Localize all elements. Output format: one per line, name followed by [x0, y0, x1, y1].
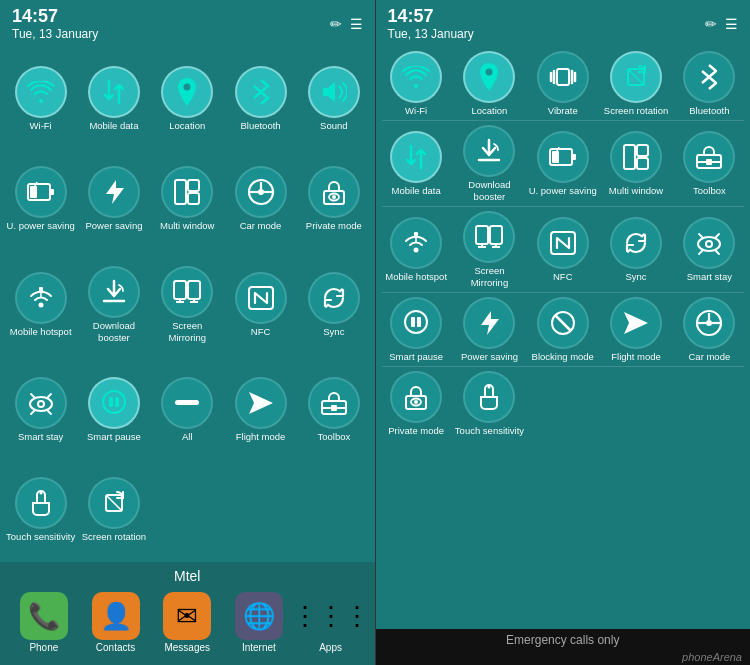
edit-icon[interactable]: ✏ [330, 16, 342, 32]
right-tile-power-saving[interactable]: Power saving [455, 297, 524, 362]
right-menu-icon[interactable]: ☰ [725, 16, 738, 32]
right-tile-icon-screen-rotation [610, 51, 662, 103]
left-tile-screen-mirroring[interactable]: Screen Mirroring [153, 251, 222, 358]
right-tile-label-blocking-mode: Blocking mode [532, 351, 594, 362]
svg-point-51 [414, 247, 419, 252]
right-tile-screen-rotation[interactable]: Screen rotation [601, 51, 670, 116]
right-tile-toolbox[interactable]: Toolbox [675, 125, 744, 202]
left-tile-power-saving[interactable]: Power saving [79, 151, 148, 247]
right-tile-nfc[interactable]: NFC [528, 211, 597, 288]
left-tile-smart-pause[interactable]: Smart pause [79, 362, 148, 458]
left-tile-multi-window[interactable]: Multi window [153, 151, 222, 247]
left-tile-mobile-hotspot[interactable]: Mobile hotspot [6, 251, 75, 358]
right-tile-private-mode[interactable]: Private mode [382, 371, 451, 436]
right-tile-sync[interactable]: Sync [601, 211, 670, 288]
right-tile-u-power[interactable]: U. power saving [528, 125, 597, 202]
right-tile-smart-pause[interactable]: Smart pause [382, 297, 451, 362]
right-tile-smart-stay[interactable]: Smart stay [675, 211, 744, 288]
right-tile-label-nfc: NFC [553, 271, 573, 282]
emergency-text: Emergency calls only [506, 633, 619, 647]
right-tile-icon-flight-mode [610, 297, 662, 349]
tile-label-mobile-data: Mobile data [89, 120, 138, 131]
right-tile-multi-window[interactable]: Multi window [601, 125, 670, 202]
svg-rect-7 [188, 193, 199, 204]
right-tile-label-smart-stay: Smart stay [687, 271, 732, 282]
left-tile-location[interactable]: Location [153, 51, 222, 147]
tile-label-all: All [182, 431, 193, 442]
right-tile-label-location: Location [471, 105, 507, 116]
right-tile-location[interactable]: Location [455, 51, 524, 116]
left-panel: 14:57 Tue, 13 January ✏ ☰ Wi-Fi Mobile d… [0, 0, 375, 665]
dock-app-phone[interactable]: 📞 Phone [20, 592, 68, 653]
tile-icon-nfc [235, 272, 287, 324]
left-tile-download-booster[interactable]: Download booster [79, 251, 148, 358]
left-tile-mobile-data[interactable]: Mobile data [79, 51, 148, 147]
right-edit-icon[interactable]: ✏ [705, 16, 717, 32]
left-tile-screen-rotation[interactable]: Screen rotation [79, 462, 148, 558]
right-tile-icon-location [463, 51, 515, 103]
left-tile-toolbox[interactable]: Toolbox [299, 362, 368, 458]
svg-rect-28 [175, 400, 199, 405]
right-tile-label-mobile-data: Mobile data [392, 185, 441, 196]
svg-rect-43 [552, 151, 559, 163]
right-tile-icon-u-power [537, 131, 589, 183]
right-tile-label-sync: Sync [625, 271, 646, 282]
right-tile-icon-smart-stay [683, 217, 735, 269]
left-tile-private-mode[interactable]: Private mode [299, 151, 368, 247]
left-tile-nfc[interactable]: NFC [226, 251, 295, 358]
right-tile-mobile-hotspot[interactable]: Mobile hotspot [382, 211, 451, 288]
app-icon-apps: ⋮⋮⋮ [307, 592, 355, 640]
right-tile-mobile-data[interactable]: Mobile data [382, 125, 451, 202]
left-tile-sync[interactable]: Sync [299, 251, 368, 358]
tile-label-wifi: Wi-Fi [30, 120, 52, 131]
left-tile-u-power[interactable]: U. power saving [6, 151, 75, 247]
right-tile-screen-mirroring[interactable]: Screen Mirroring [455, 211, 524, 288]
left-tile-sound[interactable]: Sound [299, 51, 368, 147]
dock-app-internet[interactable]: 🌐 Internet [235, 592, 283, 653]
tile-label-screen-rotation: Screen rotation [82, 531, 146, 542]
tile-icon-screen-rotation [88, 477, 140, 529]
left-tile-all[interactable]: All [153, 362, 222, 458]
right-tile-download-booster[interactable]: Download booster [455, 125, 524, 202]
dock-app-contacts[interactable]: 👤 Contacts [92, 592, 140, 653]
left-date: Tue, 13 January [12, 27, 98, 41]
tile-icon-all [161, 377, 213, 429]
right-tile-label-car-mode: Car mode [688, 351, 730, 362]
right-tile-bluetooth[interactable]: Bluetooth [675, 51, 744, 116]
left-tile-flight-mode[interactable]: Flight mode [226, 362, 295, 458]
svg-rect-42 [572, 154, 576, 160]
right-tile-label-smart-pause: Smart pause [389, 351, 443, 362]
right-tiles-container: Wi-Fi Location Vibrate Screen rotation B… [376, 47, 751, 629]
left-quick-tiles: Wi-Fi Mobile data Location Bluetooth Sou… [0, 47, 375, 562]
dock-app-apps[interactable]: ⋮⋮⋮ Apps [307, 592, 355, 653]
right-tile-car-mode[interactable]: Car mode [675, 297, 744, 362]
right-tile-icon-nfc [537, 217, 589, 269]
right-row-4: Private mode Touch sensitivity [376, 367, 751, 440]
right-tile-flight-mode[interactable]: Flight mode [601, 297, 670, 362]
right-tile-touch-sensitivity[interactable]: Touch sensitivity [455, 371, 524, 436]
right-status-icons: ✏ ☰ [705, 16, 738, 32]
left-tile-car-mode[interactable]: Car mode [226, 151, 295, 247]
left-tile-smart-stay[interactable]: Smart stay [6, 362, 75, 458]
right-tile-icon-vibrate [537, 51, 589, 103]
right-tile-wifi[interactable]: Wi-Fi [382, 51, 451, 116]
right-tile-blocking-mode[interactable]: Blocking mode [528, 297, 597, 362]
tile-label-location: Location [169, 120, 205, 131]
svg-rect-53 [476, 226, 488, 244]
right-tile-vibrate[interactable]: Vibrate [528, 51, 597, 116]
menu-icon[interactable]: ☰ [350, 16, 363, 32]
left-time: 14:57 [12, 6, 98, 27]
left-tile-touch-sensitivity[interactable]: Touch sensitivity [6, 462, 75, 558]
left-tile-bluetooth[interactable]: Bluetooth [226, 51, 295, 147]
left-bottom-dock: Mtel 📞 Phone 👤 Contacts ✉ Messages 🌐 Int… [0, 562, 375, 665]
svg-rect-64 [411, 317, 415, 327]
right-tile-label-multi-window: Multi window [609, 185, 663, 196]
dock-app-messages[interactable]: ✉ Messages [163, 592, 211, 653]
svg-point-24 [39, 402, 43, 406]
tile-label-multi-window: Multi window [160, 220, 214, 231]
left-tile-wifi[interactable]: Wi-Fi [6, 51, 75, 147]
svg-point-63 [405, 311, 427, 333]
right-tile-label-download-booster: Download booster [455, 179, 524, 202]
right-tile-icon-sync [610, 217, 662, 269]
tile-icon-multi-window [161, 166, 213, 218]
